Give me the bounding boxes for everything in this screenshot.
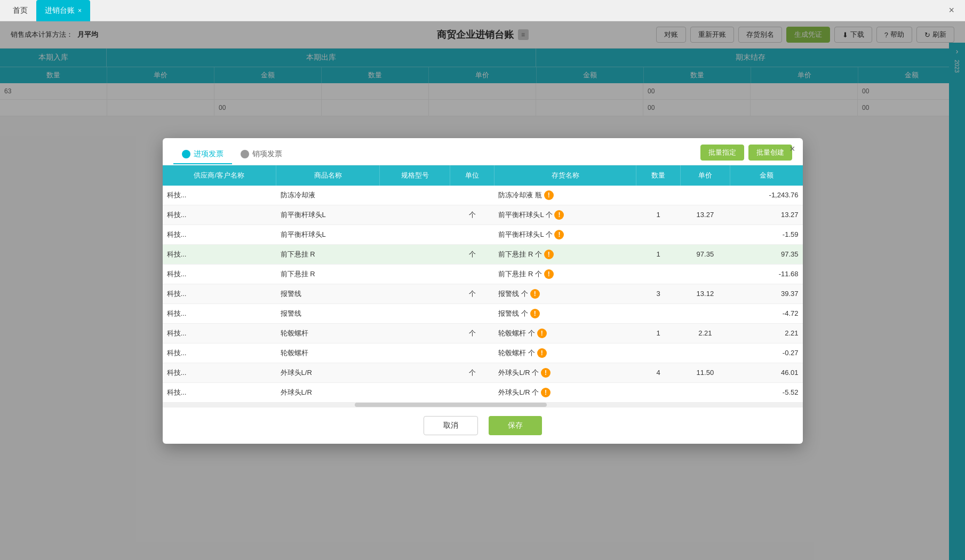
cell-supplier-0: 科技... (163, 186, 276, 205)
cell-qty-5: 3 (636, 284, 680, 303)
cell-product-0: 防冻冷却液 (276, 186, 380, 205)
table-row: 科技... 前下悬挂 R 前下悬挂 R 个 ! -11.68 (163, 264, 803, 284)
cell-inventory-5: 报警线 个 ! (494, 284, 636, 303)
cell-amount-6: -4.72 (730, 303, 802, 323)
warn-icon[interactable]: ! (554, 210, 564, 220)
cell-amount-1: 13.27 (730, 205, 802, 225)
cell-product-2: 前平衡杆球头L (276, 225, 380, 244)
cell-amount-7: 2.21 (730, 323, 802, 343)
cell-spec-2 (380, 225, 450, 244)
table-row: 科技... 前平衡杆球头L 个 前平衡杆球头L 个 ! 1 13.27 13.2… (163, 205, 803, 225)
cell-supplier-5: 科技... (163, 284, 276, 303)
tab-home[interactable]: 首页 (4, 0, 36, 21)
cell-unit-3: 个 (450, 244, 494, 264)
cell-supplier-10: 科技... (163, 382, 276, 402)
cell-price-6 (680, 303, 730, 323)
table-row: 科技... 报警线 个 报警线 个 ! 3 13.12 39.37 (163, 284, 803, 303)
table-row: 科技... 前平衡杆球头L 前平衡杆球头L 个 ! -1.59 (163, 225, 803, 244)
cell-product-8: 轮毂螺杆 (276, 343, 380, 363)
cell-qty-10 (636, 382, 680, 402)
cell-supplier-3: 科技... (163, 244, 276, 264)
window-close-button[interactable]: × (942, 5, 961, 16)
cell-amount-4: -11.68 (730, 264, 802, 284)
warn-icon[interactable]: ! (554, 230, 564, 239)
warn-icon[interactable]: ! (541, 368, 551, 378)
cell-unit-0 (450, 186, 494, 205)
cell-spec-8 (380, 343, 450, 363)
cell-product-3: 前下悬挂 R (276, 244, 380, 264)
cell-inventory-7: 轮毂螺杆 个 ! (494, 323, 636, 343)
cell-qty-1: 1 (636, 205, 680, 225)
cell-spec-10 (380, 382, 450, 402)
tab-ledger[interactable]: 进销台账 × (36, 0, 90, 21)
modal-header: 进项发票 销项发票 批量指定 批量创建 × (163, 138, 803, 165)
cell-unit-5: 个 (450, 284, 494, 303)
cell-supplier-8: 科技... (163, 343, 276, 363)
cell-qty-7: 1 (636, 323, 680, 343)
warn-icon[interactable]: ! (544, 269, 554, 279)
cell-product-5: 报警线 (276, 284, 380, 303)
warn-icon[interactable]: ! (530, 309, 540, 318)
modal-body: 供应商/客户名称 商品名称 规格型号 单位 存货名称 数量 单价 金额 科技..… (163, 165, 803, 403)
cell-qty-2 (636, 225, 680, 244)
cell-product-9: 外球头L/R (276, 363, 380, 382)
table-row: 科技... 报警线 报警线 个 ! -4.72 (163, 303, 803, 323)
cell-supplier-9: 科技... (163, 363, 276, 382)
cell-inventory-2: 前平衡杆球头L 个 ! (494, 225, 636, 244)
modal-footer: 取消 保存 (163, 407, 803, 444)
cell-unit-6 (450, 303, 494, 323)
table-row: 科技... 防冻冷却液 防冻冷却液 瓶 ! -1,243.76 (163, 186, 803, 205)
th-supplier: 供应商/客户名称 (163, 165, 276, 186)
warn-icon[interactable]: ! (537, 329, 547, 338)
save-button[interactable]: 保存 (489, 416, 542, 435)
cell-product-10: 外球头L/R (276, 382, 380, 402)
cell-qty-9: 4 (636, 363, 680, 382)
cancel-button[interactable]: 取消 (424, 416, 478, 435)
warn-icon[interactable]: ! (530, 289, 540, 299)
cell-spec-0 (380, 186, 450, 205)
cell-qty-0 (636, 186, 680, 205)
th-price: 单价 (680, 165, 730, 186)
cell-qty-6 (636, 303, 680, 323)
table-row: 科技... 轮毂螺杆 个 轮毂螺杆 个 ! 1 2.21 2.21 (163, 323, 803, 343)
cell-unit-2 (450, 225, 494, 244)
cell-amount-0: -1,243.76 (730, 186, 802, 205)
th-inventory: 存货名称 (494, 165, 636, 186)
batch-create-button[interactable]: 批量创建 (748, 145, 792, 161)
modal-close-button[interactable]: × (789, 143, 795, 155)
table-row: 科技... 外球头L/R 外球头L/R 个 ! -5.52 (163, 382, 803, 402)
cell-price-10 (680, 382, 730, 402)
th-amount: 金额 (730, 165, 802, 186)
warn-icon[interactable]: ! (541, 388, 551, 397)
cell-product-6: 报警线 (276, 303, 380, 323)
table-row: 科技... 前下悬挂 R 个 前下悬挂 R 个 ! 1 97.35 97.35 (163, 244, 803, 264)
cell-amount-9: 46.01 (730, 363, 802, 382)
cell-spec-4 (380, 264, 450, 284)
cell-supplier-7: 科技... (163, 323, 276, 343)
incoming-icon (182, 150, 190, 158)
tab-ledger-close[interactable]: × (78, 7, 82, 14)
cell-product-1: 前平衡杆球头L (276, 205, 380, 225)
cell-spec-7 (380, 323, 450, 343)
cell-price-9: 11.50 (680, 363, 730, 382)
th-spec: 规格型号 (380, 165, 450, 186)
warn-icon[interactable]: ! (537, 348, 547, 358)
cell-unit-10 (450, 382, 494, 402)
table-row: 科技... 外球头L/R 个 外球头L/R 个 ! 4 11.50 46.01 (163, 363, 803, 382)
cell-amount-5: 39.37 (730, 284, 802, 303)
warn-icon[interactable]: ! (544, 190, 554, 200)
modal-dialog: 进项发票 销项发票 批量指定 批量创建 × 供应商/客户名称 (163, 138, 803, 444)
cell-qty-3: 1 (636, 244, 680, 264)
cell-inventory-6: 报警线 个 ! (494, 303, 636, 323)
warn-icon[interactable]: ! (544, 250, 554, 259)
modal-scrollbar-thumb[interactable] (355, 403, 547, 407)
invoice-table: 供应商/客户名称 商品名称 规格型号 单位 存货名称 数量 单价 金额 科技..… (163, 165, 803, 403)
th-unit: 单位 (450, 165, 494, 186)
batch-assign-button[interactable]: 批量指定 (700, 145, 744, 161)
cell-inventory-10: 外球头L/R 个 ! (494, 382, 636, 402)
tab-outgoing-invoice[interactable]: 销项发票 (232, 145, 291, 164)
table-header-row: 供应商/客户名称 商品名称 规格型号 单位 存货名称 数量 单价 金额 (163, 165, 803, 186)
tab-incoming-invoice[interactable]: 进项发票 (173, 145, 232, 164)
cell-spec-9 (380, 363, 450, 382)
cell-unit-4 (450, 264, 494, 284)
